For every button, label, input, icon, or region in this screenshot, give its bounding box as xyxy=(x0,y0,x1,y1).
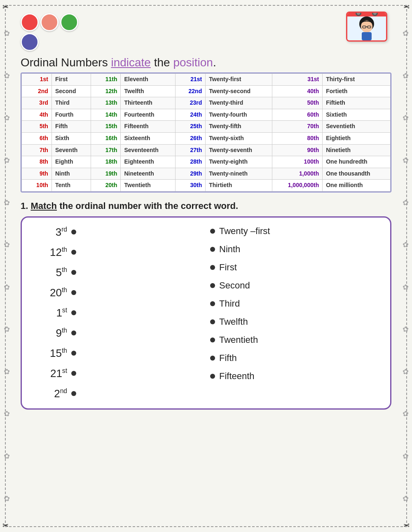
match-right-word: Twentieth xyxy=(219,335,258,345)
match-right-item: Twentieth xyxy=(210,335,378,345)
table-word-cell: Ninetieth xyxy=(323,144,391,156)
table-num-cell: 31st xyxy=(272,74,323,86)
table-word-cell: One thousandth xyxy=(323,168,391,180)
table-num-cell: 26th xyxy=(176,132,206,144)
match-left-number: 12th xyxy=(34,246,67,259)
table-word-cell: Sixtieth xyxy=(323,109,391,121)
match-right-word: Fifteenth xyxy=(219,371,255,382)
match-right-word: Ninth xyxy=(219,244,240,255)
table-word-cell: Sixteenth xyxy=(121,132,176,144)
match-right-item: Second xyxy=(210,280,378,291)
table-num-cell: 21st xyxy=(176,74,206,86)
table-num-cell: 70th xyxy=(272,121,323,133)
match-left-item: 3rd xyxy=(34,226,202,239)
table-word-cell: Nineteenth xyxy=(121,168,176,180)
match-right-bullet xyxy=(210,301,215,306)
subtitle: Ordinal Numbers indicate the position. xyxy=(21,56,391,69)
match-right-item: Fifth xyxy=(210,353,378,363)
match-left-bullet xyxy=(71,351,76,356)
table-num-cell: 90th xyxy=(272,144,323,156)
table-word-cell: Seventeenth xyxy=(121,144,176,156)
badge-3rd xyxy=(60,13,78,31)
table-word-cell: Fortieth xyxy=(323,85,391,97)
match-right-bullet xyxy=(210,247,215,252)
table-num-cell: 10th xyxy=(22,180,52,192)
table-num-cell: 1,000th xyxy=(272,168,323,180)
match-left-item: 12th xyxy=(34,246,202,259)
table-word-cell: Twenty-seventh xyxy=(206,144,272,156)
table-word-cell: Twenty-nineth xyxy=(206,168,272,180)
header-section xyxy=(21,12,391,51)
table-num-cell: 27th xyxy=(176,144,206,156)
table-word-cell: Tenth xyxy=(52,180,91,192)
match-right-item: Twelfth xyxy=(210,316,378,327)
table-num-cell: 16th xyxy=(91,132,121,144)
table-num-cell: 50th xyxy=(272,97,323,109)
exercise-with: with the correct word. xyxy=(144,201,239,211)
table-word-cell: Second xyxy=(52,85,91,97)
table-num-cell: 12th xyxy=(91,85,121,97)
table-num-cell: 30th xyxy=(176,180,206,192)
match-left-bullet xyxy=(71,391,76,396)
match-left-bullet xyxy=(71,270,76,275)
match-left-item: 21st xyxy=(34,367,202,380)
badge-group xyxy=(21,13,87,51)
match-left-number: 2nd xyxy=(34,387,67,400)
match-right-bullet xyxy=(210,356,215,361)
table-word-cell: Eighteenth xyxy=(121,156,176,168)
match-left-item: 20th xyxy=(34,286,202,299)
scissor-bottomright-icon: ✂ xyxy=(403,520,410,530)
match-left-item: 5th xyxy=(34,266,202,279)
match-right-item: First xyxy=(210,262,378,273)
side-decoration-left: ✿✿✿✿✿✿✿✿✿✿✿✿ xyxy=(3,12,10,520)
table-num-cell: 2nd xyxy=(22,85,52,97)
table-word-cell: Twenty-fourth xyxy=(206,109,272,121)
table-word-cell: First xyxy=(52,74,91,86)
match-left-number: 20th xyxy=(34,286,67,299)
table-num-cell: 15th xyxy=(91,121,121,133)
subtitle-position: position xyxy=(173,56,213,69)
match-left-number: 3rd xyxy=(34,226,67,239)
match-right-bullet xyxy=(210,319,215,324)
match-left-bullet xyxy=(71,230,76,234)
table-word-cell: Fifteenth xyxy=(121,121,176,133)
table-word-cell: Twenty-eighth xyxy=(206,156,272,168)
ordinal-table-wrapper: 1stFirst11thEleventh21stTwenty-first31st… xyxy=(21,73,391,192)
svg-rect-5 xyxy=(362,32,372,40)
table-word-cell: Eightieth xyxy=(323,132,391,144)
calendar-day-label xyxy=(347,13,386,16)
match-left-item: 2nd xyxy=(34,387,202,400)
table-num-cell: 22nd xyxy=(176,85,206,97)
match-right-word: Third xyxy=(219,298,240,309)
table-num-cell: 8th xyxy=(22,156,52,168)
table-num-cell: 60th xyxy=(272,109,323,121)
table-num-cell: 19th xyxy=(91,168,121,180)
subtitle-part1: Ordinal Numbers xyxy=(21,56,111,69)
exercise-ordinal-number: ordinal number xyxy=(75,201,141,211)
table-word-cell: Twentieth xyxy=(121,180,176,192)
match-right-word: First xyxy=(219,262,237,273)
match-right-bullet xyxy=(210,229,215,234)
match-right-word: Fifth xyxy=(219,353,237,363)
subtitle-indicate: indicate xyxy=(111,56,151,69)
match-left-item: 9th xyxy=(34,327,202,340)
table-num-cell: 5th xyxy=(22,121,52,133)
table-num-cell: 18th xyxy=(91,156,121,168)
table-num-cell: 13th xyxy=(91,97,121,109)
match-left-item: 15th xyxy=(34,347,202,360)
table-word-cell: Ninth xyxy=(52,168,91,180)
table-word-cell: Thirtieth xyxy=(206,180,272,192)
match-left-bullet xyxy=(71,330,76,335)
match-left-number: 9th xyxy=(34,327,67,340)
badge-2nd xyxy=(40,13,59,31)
match-left: 3rd12th5th20th1st9th15th21st2nd xyxy=(34,226,202,400)
table-word-cell: Twenty-second xyxy=(206,85,272,97)
table-word-cell: Eleventh xyxy=(121,74,176,86)
table-word-cell: Seventieth xyxy=(323,121,391,133)
table-word-cell: Fiftieth xyxy=(323,97,391,109)
table-word-cell: Fourteenth xyxy=(121,109,176,121)
table-word-cell: Fourth xyxy=(52,109,91,121)
table-word-cell: Seventh xyxy=(52,144,91,156)
table-num-cell: 23rd xyxy=(176,97,206,109)
table-word-cell: Twenty-sixth xyxy=(206,132,272,144)
